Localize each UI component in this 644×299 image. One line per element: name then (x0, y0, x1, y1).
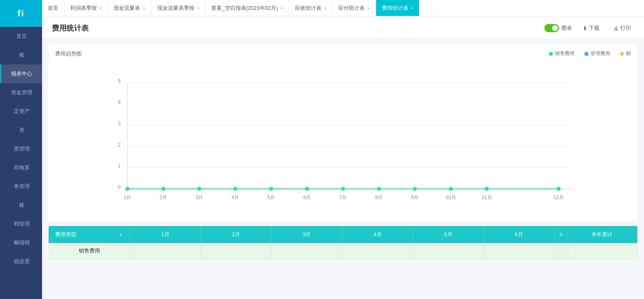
tab-cash-flow-label: 现金流量表 (114, 4, 140, 12)
tab-receivable[interactable]: 应收统计表 × (289, 0, 332, 16)
data-cell-mar (272, 243, 342, 259)
tab-blank-report[interactable]: 查看_空白报表(2023年02月) × (205, 0, 289, 16)
tab-blank-report-close[interactable]: × (281, 6, 283, 11)
table-header-feb: 2月 (201, 226, 272, 243)
tab-receivable-close[interactable]: × (324, 6, 326, 11)
sidebar-item-fixed-assets[interactable]: 定资产 (0, 102, 42, 121)
svg-text:5月: 5月 (267, 195, 275, 200)
tab-cash-flow-close[interactable]: × (143, 6, 145, 11)
table-header-may-label: 5月 (444, 231, 452, 238)
svg-text:1月: 1月 (124, 195, 131, 200)
sidebar-item-expense-report[interactable]: 畅报销 (0, 233, 42, 252)
sidebar-item-home[interactable]: 首页 (0, 27, 42, 46)
svg-point-20 (341, 187, 345, 191)
sidebar-item-account[interactable]: 账 (0, 46, 42, 64)
svg-text:9月: 9月 (411, 195, 419, 200)
legend-label-admin: 管理费用 (591, 50, 610, 57)
prev-arrow[interactable]: ‹ (118, 231, 123, 238)
sidebar-item-service-management[interactable]: 务管理 (0, 177, 42, 196)
sidebar-item-investment[interactable]: 资 (0, 121, 42, 140)
sidebar-item-inventory[interactable]: 存核算 (0, 158, 42, 177)
chart-toggle-text: 图表 (562, 24, 572, 32)
svg-text:0: 0 (118, 184, 121, 190)
legend-dot-finance (620, 52, 624, 56)
svg-text:3月: 3月 (196, 195, 203, 200)
svg-point-19 (305, 187, 309, 191)
next-arrow[interactable]: > (558, 231, 564, 238)
content-area: 费用统计表 图表 ⬇ 下载 🖨 打印 费用趋势图 (42, 16, 644, 299)
svg-point-23 (449, 187, 453, 191)
main-area: 首页 利润表季报 × 现金流量表 × 现金流量表季报 × 查看_空白报表(202… (42, 0, 644, 299)
data-cell-type: 销售费用 (49, 243, 130, 259)
table-header-ytd: 本年累计 (567, 226, 637, 243)
svg-point-17 (233, 187, 237, 191)
download-label: 下载 (589, 24, 599, 32)
table-header-apr: 4月 (342, 226, 413, 243)
table-header-type: 费用类型 ‹ (49, 226, 130, 243)
chart-toggle-switch[interactable] (544, 24, 559, 32)
download-button[interactable]: ⬇ 下载 (579, 23, 603, 33)
table-header-may: 5月 (413, 226, 484, 243)
tab-cash-flow[interactable]: 现金流量表 × (108, 0, 151, 16)
sidebar-item-basic-settings[interactable]: 础设置 (0, 252, 42, 271)
data-cell-jan (130, 243, 201, 259)
sidebar-item-report-center[interactable]: 报表中心 (0, 64, 42, 83)
svg-text:2: 2 (118, 142, 121, 148)
svg-text:10月: 10月 (446, 195, 456, 200)
data-cell-ytd (567, 243, 637, 259)
svg-point-24 (485, 187, 489, 191)
tab-payable-close[interactable]: × (367, 6, 370, 11)
legend-sales: 销售费用 (549, 50, 575, 57)
table-header-jun-label: 6月 (515, 231, 523, 238)
tab-payable-label: 应付统计表 (338, 4, 365, 12)
tab-cash-flow-quarterly[interactable]: 现金流量表季报 × (152, 0, 205, 16)
svg-text:6月: 6月 (303, 195, 311, 200)
tab-home-label: 首页 (48, 4, 58, 12)
chart-legend: 销售费用 管理费用 财 (549, 50, 631, 57)
tab-home[interactable]: 首页 (42, 0, 65, 16)
chart-container: 费用趋势图 销售费用 管理费用 财 (49, 44, 637, 221)
svg-point-14 (125, 187, 129, 191)
print-button[interactable]: 🖨 打印 (610, 23, 634, 33)
sidebar-item-fund-management[interactable]: 资金管理 (0, 83, 42, 102)
svg-point-21 (377, 187, 381, 191)
table-header-mar-label: 3月 (303, 231, 311, 238)
tab-profit-report-close[interactable]: × (99, 6, 102, 11)
sidebar-item-archive-management[interactable]: 档管理 (0, 215, 42, 233)
download-icon: ⬇ (583, 25, 587, 31)
sidebar-item-ticket-management[interactable]: 票管理 (0, 140, 42, 158)
tab-cash-flow-quarterly-close[interactable]: × (197, 6, 199, 11)
table-header-jan-label: 1月 (161, 231, 169, 238)
chart-header: 费用趋势图 销售费用 管理费用 财 (55, 50, 631, 58)
print-label: 打印 (620, 24, 631, 32)
table-header-arrow[interactable]: > (555, 226, 568, 243)
svg-text:12月: 12月 (553, 195, 564, 200)
tab-profit-report[interactable]: 利润表季报 × (65, 0, 108, 16)
table-row: 销售费用 (49, 243, 637, 259)
svg-text:2月: 2月 (160, 195, 167, 200)
tab-expense-stat-close[interactable]: × (411, 6, 413, 11)
legend-dot-sales (549, 52, 553, 56)
data-cell-arrow-spacer (555, 243, 568, 259)
sidebar-item-accounts[interactable]: 账 (0, 196, 42, 215)
svg-point-15 (161, 187, 165, 191)
data-cell-apr (342, 243, 413, 259)
svg-text:4月: 4月 (232, 195, 239, 200)
tab-expense-stat-label: 费用统计表 (382, 4, 408, 12)
svg-text:4: 4 (118, 100, 121, 105)
header-actions: 图表 ⬇ 下载 🖨 打印 (544, 23, 634, 33)
data-cell-may (413, 243, 484, 259)
tabs-bar: 首页 利润表季报 × 现金流量表 × 现金流量表季报 × 查看_空白报表(202… (42, 0, 644, 16)
svg-text:3: 3 (118, 121, 121, 126)
svg-text:7月: 7月 (339, 195, 347, 200)
print-icon: 🖨 (613, 25, 619, 31)
tab-expense-stat[interactable]: 费用统计表 × (376, 0, 419, 16)
page-title: 费用统计表 (52, 23, 89, 33)
svg-point-22 (413, 187, 417, 191)
svg-point-25 (557, 187, 561, 191)
svg-text:11月: 11月 (481, 195, 492, 200)
tab-payable[interactable]: 应付统计表 × (332, 0, 376, 16)
table-header-jan: 1月 (130, 226, 201, 243)
tab-blank-report-label: 查看_空白报表(2023年02月) (211, 4, 278, 12)
table-header-feb-label: 2月 (232, 231, 240, 238)
